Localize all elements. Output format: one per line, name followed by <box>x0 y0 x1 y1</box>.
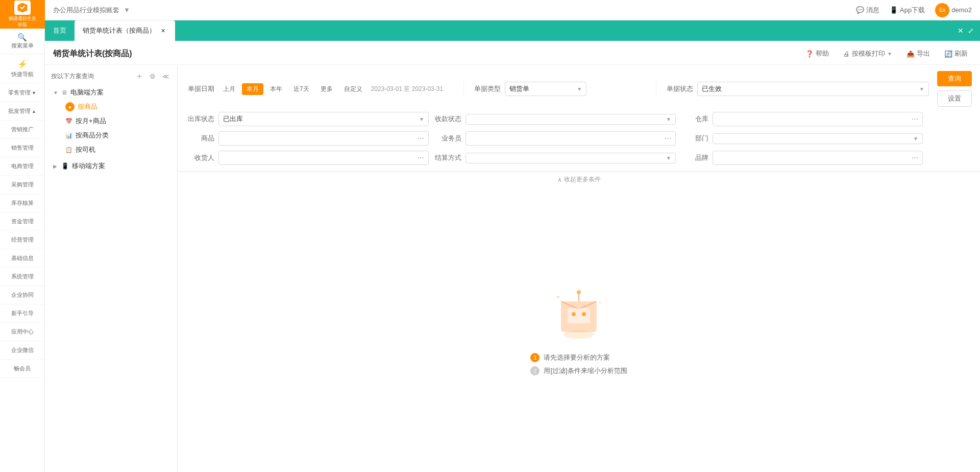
pc-section-label: 电脑端方案 <box>70 88 104 97</box>
sidebar-item-basic[interactable]: 基础信息 <box>0 249 44 268</box>
staff-control[interactable]: ··· <box>465 131 676 146</box>
svg-text:✦: ✦ <box>598 300 602 305</box>
sidebar-item-enterprise[interactable]: 企业协同 <box>0 286 44 304</box>
app-download-button[interactable]: 📱 App下载 <box>890 6 925 15</box>
settings-button[interactable]: 设置 <box>937 90 972 107</box>
consignee-dots[interactable]: ··· <box>418 153 424 162</box>
goods-control[interactable]: ··· <box>218 131 429 146</box>
tree-item-by-cashier[interactable]: 📋 按司机 <box>45 143 177 157</box>
receipt-status-select[interactable]: ▼ <box>465 114 676 125</box>
tab-minimize-icon[interactable]: ✕ <box>958 27 964 35</box>
warehouse-dots[interactable]: ··· <box>912 114 918 124</box>
brand-input[interactable]: ··· <box>713 151 923 165</box>
payment-select[interactable]: ▼ <box>465 153 676 163</box>
filter-item-staff: 业务员 ··· <box>433 131 676 146</box>
date-btn-more[interactable]: 更多 <box>316 83 337 95</box>
user-profile[interactable]: Ea demo2 <box>935 3 972 17</box>
warehouse-input[interactable]: ··· <box>713 112 923 126</box>
collapse-panel-button[interactable]: ≪ <box>161 71 171 81</box>
consignee-control[interactable]: ··· <box>218 151 429 165</box>
tree-section-mobile[interactable]: ▶ 📱 移动端方案 <box>45 159 177 173</box>
out-status-control[interactable]: 已出库 ▼ <box>218 112 429 126</box>
goods-input[interactable]: ··· <box>218 131 429 146</box>
logo[interactable]: 畅捷通好生意 标版 <box>0 0 45 29</box>
export-button[interactable]: 📤 导出 <box>902 47 934 60</box>
doc-status-control[interactable]: 已生效 ▼ <box>697 82 929 96</box>
doc-type-control[interactable]: 销货单 ▼ <box>505 82 635 96</box>
help-button[interactable]: ❓ 帮助 <box>801 47 833 60</box>
sidebar-item-finance[interactable]: 资金管理 <box>0 213 44 231</box>
payment-control[interactable]: ▼ <box>465 153 676 163</box>
empty-step-1: 1 请先选择要分析的方案 <box>530 353 627 362</box>
edit-scheme-button[interactable]: ⚙ <box>148 71 158 81</box>
sidebar-item-inventory[interactable]: 库存核算 <box>0 194 44 213</box>
sidebar-item-wholesale[interactable]: 批发管理 ▲ <box>0 102 44 121</box>
tab-maximize-icon[interactable]: ⤢ <box>968 27 974 35</box>
dept-select[interactable]: ▼ <box>713 133 923 144</box>
receipt-status-control[interactable]: ▼ <box>465 114 676 125</box>
sidebar-item-wechat[interactable]: 企业微信 <box>0 341 44 360</box>
date-btn-7days[interactable]: 近7天 <box>289 83 314 95</box>
doc-type-select[interactable]: 销货单 ▼ <box>505 82 586 96</box>
add-scheme-button[interactable]: ＋ <box>134 71 144 81</box>
tab-home[interactable]: 首页 <box>45 20 75 41</box>
tab-report[interactable]: 销货单统计表（按商品） ✕ <box>75 20 175 41</box>
sidebar-search[interactable]: 🔍 搜索菜单 <box>0 29 44 54</box>
goods-dots[interactable]: ··· <box>418 134 424 143</box>
warehouse-control[interactable]: ··· <box>713 112 923 126</box>
collapse-bar[interactable]: ∧ 收起更多条件 <box>178 172 980 187</box>
left-panel-icons: ＋ ⚙ ≪ <box>134 71 171 81</box>
sidebar-item-retail[interactable]: 零售管理 ▼ <box>0 84 44 102</box>
account-selector-text[interactable]: 办公用品行业模拟账套 <box>53 6 119 15</box>
date-btn-this-year[interactable]: 本年 <box>265 83 287 95</box>
sidebar-item-operations[interactable]: 经营管理 <box>0 231 44 249</box>
logo-subtitle: 标版 <box>18 21 27 28</box>
print-dropdown-arrow[interactable]: ▼ <box>887 51 892 57</box>
sidebar-item-newbie[interactable]: 新手引导 <box>0 304 44 323</box>
sidebar-item-marketing[interactable]: 营销推广 <box>0 121 44 139</box>
sidebar-item-member[interactable]: 畅会员 <box>0 360 44 378</box>
doc-status-select[interactable]: 已生效 ▼ <box>697 82 929 96</box>
logo-icon <box>14 1 31 15</box>
filter-area: 单据日期 上月 本月 本年 近7天 更多 自定义 2023-03-01 至 20… <box>178 65 980 172</box>
date-btn-last-month[interactable]: 上月 <box>218 83 240 95</box>
shortcuts-icon: ⚡ <box>17 59 28 69</box>
refresh-button[interactable]: 🔄 刷新 <box>940 47 972 60</box>
brand-dots[interactable]: ··· <box>912 153 918 162</box>
page-title: 销货单统计表(按商品) <box>53 49 132 59</box>
action-buttons: 查询 设置 <box>937 71 972 107</box>
consignee-input[interactable]: ··· <box>218 151 429 165</box>
sidebar-item-purchase[interactable]: 采购管理 <box>0 176 44 194</box>
tree-item-by-month-goods[interactable]: 📅 按月+商品 <box>45 114 177 128</box>
topbar-right: 💬 消息 📱 App下载 Ea demo2 <box>856 3 972 17</box>
staff-input[interactable]: ··· <box>465 131 676 146</box>
tab-home-label: 首页 <box>53 26 66 35</box>
sidebar-item-shortcuts[interactable]: ⚡ 快捷导航 <box>0 54 44 84</box>
tab-close-button[interactable]: ✕ <box>159 27 167 35</box>
sidebar-item-system[interactable]: 系统管理 <box>0 268 44 286</box>
date-btn-this-month[interactable]: 本月 <box>242 83 263 95</box>
tree-arrow-pc: ▼ <box>53 90 59 96</box>
by-category-icon: 📊 <box>65 132 72 139</box>
export-label: 导出 <box>917 49 930 58</box>
tree-section-pc[interactable]: ▼ 🖥 电脑端方案 <box>45 85 177 100</box>
out-status-select[interactable]: 已出库 ▼ <box>218 112 429 126</box>
step-2-num: 2 <box>530 366 540 375</box>
message-button[interactable]: 💬 消息 <box>856 6 879 15</box>
dept-control[interactable]: ▼ <box>713 133 923 144</box>
sidebar-item-sales[interactable]: 销售管理 <box>0 139 44 157</box>
sidebar-item-ecommerce[interactable]: 电商管理 <box>0 157 44 176</box>
main-area: 办公用品行业模拟账套 ▼ 💬 消息 📱 App下载 Ea demo2 首页 <box>45 0 980 472</box>
sidebar-item-apps[interactable]: 应用中心 <box>0 323 44 341</box>
date-btn-custom[interactable]: 自定义 <box>339 83 367 95</box>
newbie-label: 新手引导 <box>11 310 34 317</box>
account-selector-arrow[interactable]: ▼ <box>124 6 130 14</box>
staff-dots[interactable]: ··· <box>665 134 671 143</box>
brand-control[interactable]: ··· <box>713 151 923 165</box>
print-button[interactable]: 🖨 按模板打印 ▼ <box>839 47 896 60</box>
export-icon: 📤 <box>906 50 915 58</box>
tabbar: 首页 销货单统计表（按商品） ✕ ✕ ⤢ <box>45 20 980 41</box>
tree-item-by-goods[interactable]: ● 按商品 <box>45 100 177 114</box>
query-button[interactable]: 查询 <box>937 71 972 86</box>
tree-item-by-category[interactable]: 📊 按商品分类 <box>45 128 177 143</box>
